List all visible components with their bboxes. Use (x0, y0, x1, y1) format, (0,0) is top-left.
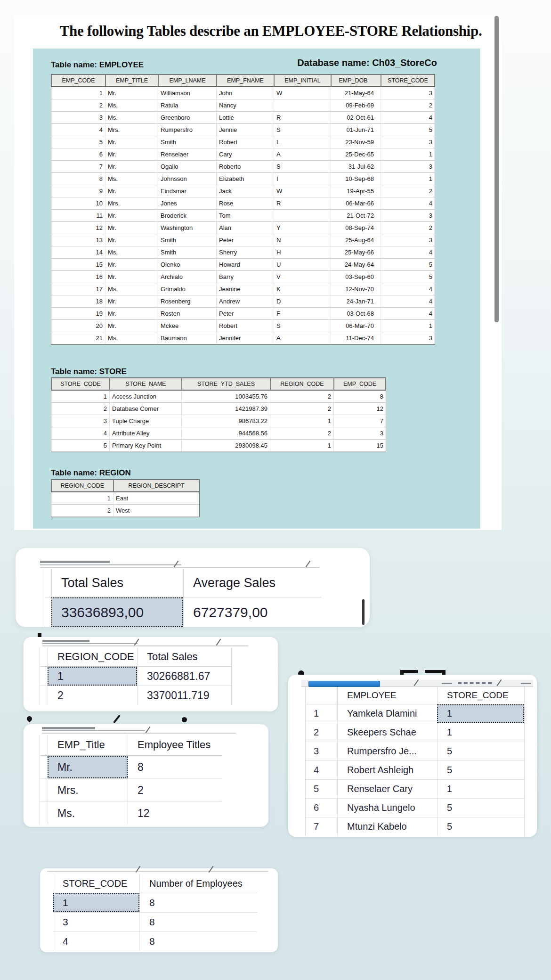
column-header: EMP_CODE (334, 378, 386, 391)
row-number-cell[interactable]: 7 (306, 817, 337, 836)
crop-mark (26, 715, 33, 723)
cell[interactable]: 1 (437, 779, 524, 798)
column-header: STORE_NAME (110, 378, 182, 391)
cell[interactable]: 5 (437, 817, 524, 836)
cell: Ms. (105, 332, 158, 344)
cell: Andrew (217, 295, 274, 308)
row-number-cell[interactable]: 3 (306, 742, 337, 760)
cell[interactable]: Ms. (48, 801, 128, 825)
cell[interactable]: 2 (128, 778, 222, 801)
row-number-cell[interactable]: 2 (306, 723, 337, 742)
cell[interactable]: 30266881.67 (137, 667, 231, 686)
cell: 21-Oct-72 (331, 210, 381, 222)
cell[interactable]: Rumpersfro Je... (337, 742, 437, 760)
cell[interactable]: Mrs. (48, 778, 128, 801)
table-row: Mr.8 (40, 756, 222, 778)
window-chrome-bar (42, 727, 95, 729)
column-header: Employee Titles (128, 735, 222, 756)
row-number-cell[interactable]: 5 (306, 779, 337, 798)
cell: Y (274, 222, 331, 234)
cell: 24-Jan-71 (331, 295, 381, 308)
cell[interactable]: 6727379,00 (183, 597, 321, 627)
cell[interactable]: 8 (128, 756, 222, 778)
cell: 9 (51, 185, 105, 197)
cell[interactable]: Mtunzi Kabelo (337, 817, 437, 836)
cell[interactable]: 8 (139, 893, 257, 912)
cell: Cary (217, 148, 274, 161)
table-row: 16Mr.ArchialoBarryV03-Sep-605 (51, 271, 435, 283)
cell[interactable]: 33636893,00 (51, 597, 183, 627)
cell[interactable]: 1 (437, 723, 524, 742)
cell: 3 (381, 332, 435, 344)
cell[interactable]: 5 (437, 742, 524, 760)
cell[interactable]: 2 (48, 686, 137, 705)
cell: Broderick (158, 210, 217, 222)
cell: Mr. (105, 87, 158, 99)
cell[interactable]: 5 (437, 760, 524, 779)
window-chrome-line (40, 564, 181, 565)
truncated-label (458, 682, 492, 684)
cell: Mckee (158, 320, 217, 332)
table-row: 21Ms.BaumannJenniferA11-Dec-743 (51, 332, 435, 344)
cell[interactable]: 8 (139, 912, 257, 931)
vertical-scrollbar-thumb[interactable] (494, 16, 499, 322)
row-number-cell[interactable]: 6 (306, 798, 337, 817)
cell: Roberto (217, 161, 274, 173)
cell[interactable]: 1 (48, 667, 137, 686)
cell: Ms. (105, 112, 158, 124)
cell[interactable]: 8 (139, 931, 257, 951)
cell[interactable]: Renselaer Cary (337, 779, 437, 798)
cell: 8 (51, 173, 105, 185)
horizontal-scrollbar-thumb[interactable] (308, 681, 380, 687)
column-header: EMPLOYEE (337, 687, 437, 704)
cell[interactable]: 4 (53, 931, 139, 951)
store-counts-table: STORE_CODENumber of Employees183848 (53, 874, 257, 951)
cell: Mr. (105, 308, 158, 320)
cell: Mr. (105, 259, 158, 271)
cell: 5 (381, 259, 435, 271)
table-row: 5Renselaer Cary1 (306, 779, 524, 798)
cell (274, 99, 331, 112)
cell: 3 (381, 87, 435, 99)
cell[interactable]: Mr. (48, 756, 128, 778)
column-header: REGION_CODE (51, 480, 113, 492)
cell: Mr. (105, 185, 158, 197)
cell: S (274, 161, 331, 173)
table-row: 12Mr.WashingtonAlanY08-Sep-742 (51, 222, 435, 234)
cell[interactable]: Nyasha Lungelo (337, 798, 437, 817)
cell: Mr. (105, 161, 158, 173)
window-chrome-line (47, 871, 268, 872)
cell[interactable]: Robert Ashleigh (337, 760, 437, 779)
table-row: 3Rumpersfro Je...5 (306, 742, 524, 760)
cell: Mrs. (105, 124, 158, 136)
cell: 2 (51, 99, 105, 112)
row-number-cell[interactable]: 4 (306, 760, 337, 779)
cell[interactable]: 12 (128, 801, 222, 825)
cell[interactable]: 5 (437, 798, 524, 817)
cell: Ratula (158, 99, 217, 112)
table-row: 19Mr.RostenPeterF03-Oct-684 (51, 308, 435, 320)
cell[interactable]: Skeepers Schae (337, 723, 437, 742)
cell: 6 (51, 148, 105, 161)
cell: 02-Oct-61 (331, 112, 381, 124)
cell: 5 (381, 271, 435, 283)
column-header: STORE_CODE (381, 74, 435, 87)
cell: John (217, 87, 274, 99)
cell: V (274, 271, 331, 283)
row-number-cell[interactable]: 1 (306, 704, 337, 723)
cell[interactable]: 1 (437, 704, 524, 723)
cell[interactable]: 3370011.719 (137, 686, 231, 705)
cell: 5 (51, 136, 105, 148)
cell: 3 (334, 427, 386, 440)
sales-summary-table: Total SalesAverage Sales33636893,0067273… (45, 569, 321, 627)
truncated-label (521, 683, 531, 684)
cell: 21-May-64 (331, 87, 381, 99)
cell: Alan (217, 222, 274, 234)
cell[interactable]: Yamkela Dlamini (337, 704, 437, 723)
cell[interactable]: 1 (53, 893, 139, 912)
cell: Access Junction (110, 391, 182, 403)
cell[interactable]: 3 (53, 912, 139, 931)
header-row: REGION_CODEREGION_DESCRIPT (51, 480, 199, 492)
header-row: REGION_CODETotal Sales (40, 647, 231, 667)
column-header (40, 735, 48, 756)
